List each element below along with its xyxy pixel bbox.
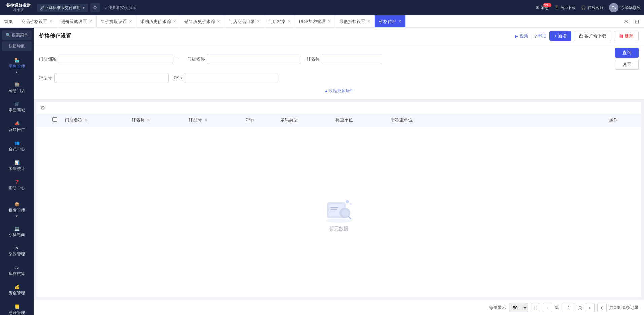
scale-model-filter: 秤型号 xyxy=(39,73,169,83)
close-icon[interactable]: ✕ xyxy=(288,19,291,24)
th-barcode-type: 条码类型 xyxy=(276,114,331,127)
svg-point-4 xyxy=(341,209,349,217)
sidebar-item-wholesale[interactable]: 📦 批发管理 ▼ xyxy=(0,198,34,222)
tab-price-scale-label: 价格传秤 xyxy=(379,19,396,25)
th-scale-model: 秤型号 ⇅ xyxy=(185,114,242,127)
help-link[interactable]: ? 帮助 xyxy=(534,33,546,39)
scale-name-input[interactable] xyxy=(322,54,382,64)
next-page-button[interactable]: › xyxy=(585,303,595,312)
version-selector[interactable]: 好业财标准版交付试用 ▾ xyxy=(37,4,88,12)
sidebar-item-help[interactable]: ❓ 帮助中心 xyxy=(0,176,34,195)
tab-shop-catalog[interactable]: 门店商品目录 ✕ xyxy=(224,15,264,28)
settings-filter-button[interactable]: 设置 xyxy=(615,60,639,70)
per-page-select[interactable]: 50 10 20 100 xyxy=(509,303,528,312)
sidebar-item-marketing[interactable]: 📣 营销推广 xyxy=(0,117,34,137)
wholesale-icon: 📦 xyxy=(14,202,20,207)
sidebar-search-area: 🔍 搜索菜单 快捷导航 xyxy=(0,28,34,54)
close-icon[interactable]: ✕ xyxy=(217,19,220,24)
tab-purchase-strategy[interactable]: 进价策略设置 ✕ xyxy=(57,15,97,28)
scale-ip-input[interactable] xyxy=(184,73,278,83)
online-service-button[interactable]: 🎧 在线客服 xyxy=(581,5,604,11)
close-icon[interactable]: ✕ xyxy=(49,19,52,24)
quick-nav-button[interactable]: 快捷导航 xyxy=(2,41,32,51)
store-profile-dots-button[interactable]: ··· xyxy=(175,56,182,62)
page-header: 价格传秤设置 ▶ 视频 | ? 帮助 + 新增 凸 客户端下载 自 xyxy=(34,28,644,44)
sidebar-item-member[interactable]: 👥 会员中心 xyxy=(0,137,34,156)
filter-section: 门店档案 ··· 门店名称 秤名称 查询 设置 xyxy=(34,44,644,99)
inventory-icon: 🗂 xyxy=(15,265,19,270)
tab-selling-extract[interactable]: 售价提取设置 ✕ xyxy=(97,15,136,28)
sidebar-item-smart-store[interactable]: 🏬 智慧门店 xyxy=(0,78,34,98)
table-gear-icon[interactable]: ⚙ xyxy=(40,105,45,111)
query-button[interactable]: 查询 xyxy=(615,48,639,58)
expand-tab-button[interactable]: ⊡ xyxy=(632,17,641,26)
sort-icon: ⇅ xyxy=(204,118,207,122)
settings-button[interactable]: ⚙ xyxy=(90,3,100,12)
sidebar-item-inventory[interactable]: 🗂 库存核算 xyxy=(0,261,34,281)
sidebar-item-ledger[interactable]: 📒 总账管理 xyxy=(0,300,34,315)
th-non-weight-unit-label: 非称重单位 xyxy=(391,117,413,123)
prev-page-button[interactable]: ‹ xyxy=(543,303,552,312)
tab-price-settings[interactable]: 商品价格设置 ✕ xyxy=(17,15,57,28)
last-page-button[interactable]: ⟩⟩ xyxy=(597,303,607,312)
smart-store-icon: 🏬 xyxy=(14,82,20,87)
tab-purchase-history[interactable]: 采购历史价跟踪 ✕ xyxy=(136,15,180,28)
store-name-input[interactable] xyxy=(207,54,301,64)
sidebar-item-capital[interactable]: 💰 资金管理 xyxy=(0,281,34,300)
select-all-checkbox[interactable] xyxy=(52,117,57,122)
demo-icon: ○ xyxy=(104,5,107,10)
first-page-button[interactable]: ⟨⟨ xyxy=(531,303,540,312)
tab-sales-history[interactable]: 销售历史价跟踪 ✕ xyxy=(180,15,224,28)
store-profile-label: 门店档案 xyxy=(39,56,57,62)
tab-shop-profile[interactable]: 门店档案 ✕ xyxy=(264,15,295,28)
sidebar-item-retail-stats[interactable]: 📊 零售统计 xyxy=(0,156,34,176)
sidebar-item-member-label: 会员中心 xyxy=(9,146,25,152)
video-link[interactable]: ▶ 视频 xyxy=(515,33,528,39)
data-table: 门店名称 ⇅ 秤名称 ⇅ 秤型号 ⇅ 秤ip xyxy=(36,114,641,127)
collapse-button[interactable]: ▲ 收起更多条件 xyxy=(324,88,354,94)
tab-price-scale[interactable]: 价格传秤 ✕ xyxy=(375,15,406,28)
store-name-label: 门店名称 xyxy=(187,56,205,62)
filter-row-2: 秤型号 秤ip xyxy=(39,73,639,83)
close-icon[interactable]: ✕ xyxy=(173,19,176,24)
close-icon[interactable]: ✕ xyxy=(257,19,260,24)
video-icon: ▶ xyxy=(515,34,518,39)
sidebar-item-ecommerce[interactable]: 💻 小畅电商 xyxy=(0,222,34,242)
close-icon[interactable]: ✕ xyxy=(328,19,331,24)
store-profile-input[interactable] xyxy=(59,54,173,64)
delete-label: 自 删除 xyxy=(619,33,634,39)
tab-min-discount[interactable]: 最低折扣设置 ✕ xyxy=(335,15,375,28)
pagination-bar: 每页显示 50 10 20 100 ⟨⟨ ‹ 算 页 › ⟩⟩ 共0页, 0条记… xyxy=(34,300,644,315)
close-icon[interactable]: ✕ xyxy=(89,19,92,24)
app-download-button[interactable]: 📱 App下载 xyxy=(554,5,576,11)
content-area: 价格传秤设置 ▶ 视频 | ? 帮助 + 新增 凸 客户端下载 自 xyxy=(34,28,644,315)
tab-price-settings-label: 商品价格设置 xyxy=(21,19,47,25)
demo-label: 我要看实例演示 xyxy=(108,5,136,11)
download-button[interactable]: 凸 客户端下载 xyxy=(574,31,612,41)
top-bar: 畅捷通好业财 标准版 好业财标准版交付试用 ▾ ⚙ ○ 我要看实例演示 ✉ 消息… xyxy=(0,0,644,15)
demo-link[interactable]: ○ 我要看实例演示 xyxy=(104,5,136,11)
page-number-input[interactable] xyxy=(562,303,575,312)
tab-purchase-history-label: 采购历史价跟踪 xyxy=(140,19,171,25)
collapse-up-icon: ▲ xyxy=(324,89,328,93)
purchase-icon: 🛍 xyxy=(15,246,19,250)
th-weight-unit: 称重单位 xyxy=(331,114,387,127)
close-icon[interactable]: ✕ xyxy=(398,19,401,24)
tab-pos-management[interactable]: POS加密管理 ✕ xyxy=(295,15,335,28)
tab-home[interactable]: 首页 xyxy=(0,15,17,28)
sidebar-item-retail-mall[interactable]: 🛒 零售商城 xyxy=(0,98,34,117)
message-button[interactable]: ✉ 消息 99+ xyxy=(536,5,549,11)
close-icon[interactable]: ✕ xyxy=(129,19,132,24)
page-unit-label: 页 xyxy=(578,305,582,311)
delete-button[interactable]: 自 删除 xyxy=(614,31,639,41)
add-button[interactable]: + 新增 xyxy=(549,31,571,41)
sidebar-item-retail[interactable]: 🏪 零售管理 ▲ xyxy=(0,54,34,78)
sidebar-item-purchase[interactable]: 🛍 采购管理 xyxy=(0,242,34,261)
search-menu-button[interactable]: 🔍 搜索菜单 xyxy=(2,30,32,40)
close-icon[interactable]: ✕ xyxy=(367,19,370,24)
scale-model-input[interactable] xyxy=(54,73,169,83)
user-profile[interactable]: Ea 徐泽华修改 xyxy=(609,3,641,12)
close-tab-button[interactable]: ✕ xyxy=(621,17,631,26)
query-label: 查询 xyxy=(622,50,631,56)
user-initials: Ea xyxy=(611,6,616,10)
